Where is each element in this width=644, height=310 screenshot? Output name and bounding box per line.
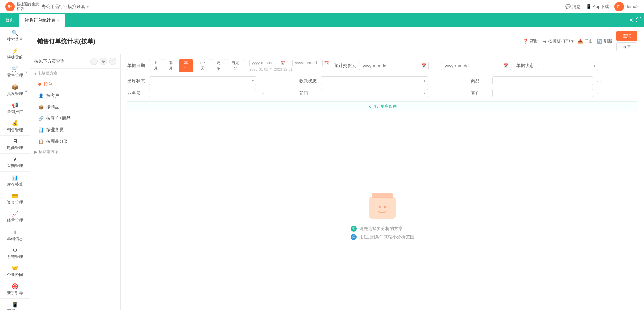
last-month-btn[interactable]: 上月: [149, 59, 162, 72]
customer-dots-button[interactable]: ···: [597, 91, 601, 96]
expected-delivery-col: 预计交货期 📅 — 📅: [334, 62, 511, 70]
help-button[interactable]: ❓ 帮助: [523, 38, 538, 44]
expected-delivery-start-wrapper: 📅: [359, 62, 429, 70]
content-area: 销售订单统计表(按单) ❓ 帮助 🖨 按模板打印 ▾ 📤 导出 🔄 刷新: [30, 27, 644, 310]
operations-icon: 📈: [12, 211, 18, 217]
sidebar-item-wholesale[interactable]: 📦 批发管理 ▴: [0, 81, 30, 99]
sidebar-item-search-menu[interactable]: 🔍 搜索菜单: [0, 27, 30, 45]
avatar: Ea: [614, 2, 624, 11]
sidebar-item-app-center[interactable]: 📱 应用中心: [0, 299, 30, 310]
scheme-by-product-category[interactable]: 📋 按商品分类: [30, 136, 120, 147]
empty-state: ① 请先选择要分析的方案 ② 用[过滤]条件来缩小分析范围: [121, 116, 644, 310]
search-menu-icon: 🔍: [12, 30, 18, 36]
salesperson-dots-button[interactable]: ···: [260, 91, 264, 96]
scheme-by-salesperson[interactable]: 📊 按业务员: [30, 124, 120, 136]
calendar-end-icon: 📅: [324, 61, 329, 65]
tab-close-icon[interactable]: ×: [57, 18, 60, 23]
sidebar-item-enterprise[interactable]: 🤝 企业协同: [0, 262, 30, 280]
mobile-schemes-section[interactable]: ▶ 移动端方案: [30, 147, 120, 157]
this-month-btn[interactable]: 本月: [164, 59, 177, 72]
customer-product-scheme-icon: 🔗: [38, 116, 44, 121]
active-indicator: [38, 83, 41, 86]
this-year-btn[interactable]: 本年: [179, 59, 193, 72]
window-close-icon[interactable]: ✕: [629, 17, 633, 23]
expected-delivery-calendar-end-icon: 📅: [504, 63, 509, 68]
user-avatar-area[interactable]: Ea demo2: [614, 2, 639, 11]
export-button[interactable]: 📤 导出: [578, 38, 593, 44]
settings-button[interactable]: 设置: [616, 42, 637, 51]
last-7-days-btn[interactable]: 近7天: [195, 59, 210, 72]
scheme-by-product[interactable]: 📦 按商品: [30, 101, 120, 113]
svg-rect-1: [372, 193, 393, 198]
refresh-icon: 🔄: [597, 39, 602, 44]
delivery-status-wrapper: ▾: [149, 76, 256, 85]
top-bar-left: 好 畅捷通好生意 标版 办公用品行业模拟账套 ▾: [5, 2, 89, 11]
payment-status-label: 收款状态: [299, 78, 318, 84]
date-divider: —: [287, 61, 291, 65]
filter-row-2: 出库状态 ▾ 收款状态: [127, 76, 637, 85]
product-dots-button[interactable]: ···: [597, 78, 601, 84]
refresh-button[interactable]: 🔄 刷新: [597, 38, 612, 44]
date-end-input[interactable]: yyyy-mm-dd: [292, 60, 323, 66]
app-download-button[interactable]: 📱 App下载: [586, 4, 609, 10]
single-status-select[interactable]: [538, 62, 598, 70]
scheme-by-order[interactable]: 按单: [30, 79, 120, 90]
help-icon: ❓: [523, 39, 528, 44]
enterprise-icon: 🤝: [12, 265, 18, 271]
sidebar-item-inventory[interactable]: 📊 库存核算: [0, 172, 30, 190]
message-button[interactable]: 💬 消息: [565, 4, 581, 10]
breadcrumb-arrow-icon[interactable]: ▾: [87, 4, 89, 9]
department-select[interactable]: [321, 89, 428, 97]
single-status-label: 单据状态: [516, 63, 535, 69]
sidebar-item-quick-nav[interactable]: ⚡ 快捷导航: [0, 45, 30, 63]
more-date-btn[interactable]: 更多: [212, 59, 225, 72]
department-wrapper: ▾: [321, 89, 428, 97]
expected-delivery-end-input[interactable]: [441, 62, 511, 70]
payment-status-select[interactable]: [321, 76, 428, 85]
sidebar-item-newbie[interactable]: 🎯 新手引导: [0, 280, 30, 299]
print-template-button[interactable]: 🖨 按模板打印 ▾: [542, 38, 574, 44]
app-logo: 好: [5, 2, 15, 11]
sidebar-item-finance[interactable]: 💳 资金管理: [0, 190, 30, 208]
page-title: 销售订单统计表(按单): [37, 37, 95, 45]
collapse-filters-button[interactable]: ∧ 收起更多条件: [127, 101, 637, 111]
basic-info-icon: ℹ: [14, 229, 16, 235]
expected-delivery-start-input[interactable]: [359, 62, 429, 70]
scheme-by-customer-product[interactable]: 🔗 按客户+商品: [30, 113, 120, 124]
salesperson-input[interactable]: [149, 89, 256, 97]
custom-date-btn[interactable]: 自定义: [227, 59, 244, 72]
window-maximize-icon[interactable]: ⛶: [636, 17, 641, 23]
sales-icon: 💰: [12, 120, 18, 126]
sidebar-item-system[interactable]: ⚙ 系统管理: [0, 244, 30, 262]
scheme-by-customer[interactable]: 👤 按客户: [30, 90, 120, 101]
customer-scheme-icon: 👤: [38, 93, 44, 98]
sidebar-item-marketing[interactable]: 📢 营销推广: [0, 99, 30, 117]
sidebar-item-operations[interactable]: 📈 经营管理: [0, 208, 30, 226]
add-scheme-button[interactable]: +: [90, 58, 98, 65]
product-input[interactable]: [492, 76, 593, 85]
salesperson-col: 业务员 ···: [127, 89, 294, 97]
collapse-panel-button[interactable]: «: [109, 58, 116, 65]
sidebar-item-purchase[interactable]: 🛍 采购管理: [0, 154, 30, 172]
sidebar-item-sales[interactable]: 💰 销售管理: [0, 117, 30, 136]
scheme-settings-button[interactable]: ⚙: [100, 58, 107, 65]
tab-sales-order-stats[interactable]: 销售订单统计表 ×: [19, 14, 65, 27]
sidebar-item-ecommerce[interactable]: 🖥 电商管理: [0, 136, 30, 154]
sidebar-item-retail[interactable]: 🛒 零售管理 ▾: [0, 63, 30, 81]
empty-hint-2: ② 用[过滤]条件来缩小分析范围: [351, 234, 414, 240]
sidebar-item-basic-info[interactable]: ℹ 基础信息: [0, 226, 30, 244]
payment-status-col: 收款状态 ▾: [299, 76, 466, 85]
purchase-icon: 🛍: [12, 156, 18, 162]
desktop-schemes-section[interactable]: ▾ 电脑端方案: [30, 69, 120, 79]
delivery-status-select[interactable]: [149, 76, 256, 85]
date-start-input[interactable]: yyyy-mm-dd: [249, 60, 279, 66]
query-button[interactable]: 查询: [616, 31, 637, 41]
customer-col: 客户 ···: [471, 89, 637, 97]
top-bar-right: 💬 消息 📱 App下载 Ea demo2: [565, 2, 639, 11]
customer-input[interactable]: [492, 89, 593, 97]
empty-hints: ① 请先选择要分析的方案 ② 用[过滤]条件来缩小分析范围: [351, 226, 414, 240]
tab-home[interactable]: 首页: [0, 13, 19, 27]
filter-area: 单据日期 上月 本月 本年 近7天 更多 自定义: [121, 54, 644, 116]
wholesale-icon: 📦: [12, 84, 18, 90]
tab-right-actions: ✕ ⛶: [629, 17, 644, 23]
